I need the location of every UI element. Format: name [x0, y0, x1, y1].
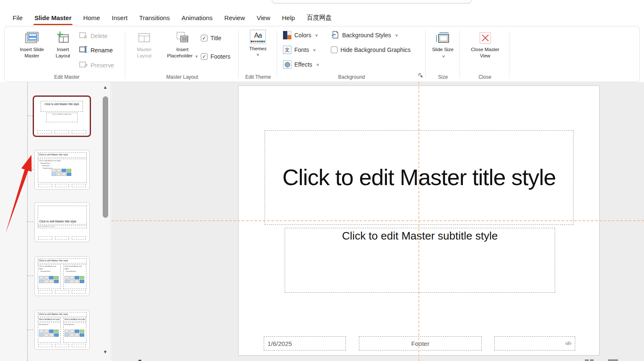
- background-styles-dropdown[interactable]: Background Styles ∨: [331, 30, 398, 41]
- master-subtitle-text: Click to edit Master subtitle style: [285, 228, 555, 242]
- thumbnail-slide-master[interactable]: Click to edit Master title style Click t…: [33, 95, 91, 137]
- chevron-down-icon: ∨: [256, 53, 260, 57]
- vertical-guide[interactable]: [418, 82, 419, 361]
- thumbnail-title-layout[interactable]: Click to edit Master title style Click t…: [34, 150, 90, 190]
- chevron-down-icon: ∨: [395, 34, 398, 37]
- delete-icon: [79, 32, 88, 40]
- insert-placeholder-icon: [176, 30, 189, 46]
- thumbnail-section-header-layout[interactable]: Click to edit Master title style Click t…: [34, 202, 90, 242]
- menu-insert[interactable]: Insert: [106, 12, 134, 23]
- thumb-title-text: Click to edit Master title style: [41, 101, 83, 106]
- size-group-label: Size: [426, 74, 460, 80]
- footers-checkbox[interactable]: ✓: [201, 53, 208, 60]
- slide-size-label: Slide Size ∨: [431, 46, 455, 59]
- delete-label: Delete: [91, 33, 107, 39]
- scroll-down-button[interactable]: ▼: [101, 349, 109, 354]
- status-bar-partial-icon: [608, 359, 618, 361]
- thumb-body-text: Click to edit Master text styles Second …: [38, 265, 61, 273]
- hide-background-graphics-label: Hide Background Graphics: [340, 46, 410, 53]
- master-layout-label: Master Layout: [132, 46, 156, 59]
- edit-master-group-label: Edit Master: [9, 74, 125, 80]
- thumb-title-placeholder: Click to edit Master title style: [38, 206, 87, 224]
- thumb-body-text: Click to edit Master text styles Second …: [64, 265, 86, 273]
- menu-animations[interactable]: Animations: [176, 12, 218, 23]
- group-master-layout: Master Layout Insert Placeholder ∨ ✓ Tit…: [126, 26, 238, 82]
- footer-text: Footer: [408, 340, 433, 347]
- menu-transitions[interactable]: Transitions: [133, 12, 176, 23]
- insert-placeholder-button[interactable]: Insert Placeholder ∨: [163, 30, 202, 59]
- insert-slide-master-button[interactable]: Insert Slide Master: [14, 30, 50, 59]
- menu-view[interactable]: View: [251, 12, 276, 23]
- date-text: 1/6/2025: [264, 340, 295, 347]
- insert-layout-label: Insert Layout: [51, 46, 75, 59]
- thumb-subtitle-placeholder: Click to edit Master subtitle style: [46, 113, 77, 122]
- ribbon-divider: [460, 31, 460, 78]
- rename-icon: [79, 46, 88, 54]
- title-checkbox-row[interactable]: ✓ Title: [201, 35, 221, 41]
- thumb-body-text: Second level: [38, 323, 61, 326]
- horizontal-guide[interactable]: [112, 220, 644, 221]
- search-box-partial[interactable]: [272, 0, 472, 3]
- thumb-body-text: Click to edit Master text styles Second …: [38, 159, 86, 170]
- menu-home[interactable]: Home: [78, 12, 106, 23]
- slide-number-placeholder[interactable]: ‹#›: [494, 336, 575, 351]
- slide-size-button[interactable]: Slide Size ∨: [431, 30, 455, 59]
- thumb-caption-text: Click to edit Master text styles: [38, 318, 61, 321]
- rename-button[interactable]: Rename: [79, 45, 113, 56]
- insert-layout-button[interactable]: Insert Layout: [51, 30, 75, 59]
- fonts-dropdown[interactable]: 文 Fonts ∨: [283, 44, 316, 55]
- title-checkbox[interactable]: ✓: [201, 35, 208, 41]
- subtitle-placeholder[interactable]: Click to edit Master subtitle style: [285, 228, 555, 293]
- content-placeholder-icons: [65, 330, 84, 337]
- insert-placeholder-label: Insert Placeholder ∨: [163, 46, 202, 59]
- checkmark-icon: ✓: [202, 35, 206, 41]
- close-master-view-button[interactable]: Close Master View: [467, 30, 504, 59]
- close-master-view-label: Close Master View: [467, 46, 504, 59]
- thumb-content-placeholder: Click to edit Master text styles Second …: [38, 159, 87, 183]
- thumb-title-text: Click to edit Master title style: [38, 259, 86, 262]
- scroll-up-button[interactable]: ▲: [101, 85, 109, 90]
- scrollbar-thumb[interactable]: [103, 96, 108, 218]
- thumb-title-placeholder: Click to edit Master title style: [38, 258, 87, 263]
- ribbon-divider: [509, 31, 509, 78]
- insert-layout-icon: [56, 30, 70, 46]
- theme-colors-icon: [283, 31, 291, 39]
- ribbon-divider: [277, 31, 277, 78]
- hide-background-graphics-checkbox[interactable]: [331, 46, 338, 53]
- thumbnail-two-content-layout[interactable]: Click to edit Master title style Click t…: [34, 256, 90, 296]
- slide-number-text: ‹#›: [565, 340, 575, 346]
- thumb-footer-strip: [34, 130, 90, 134]
- menu-slide-master[interactable]: Slide Master: [29, 12, 77, 23]
- delete-button: Delete: [79, 31, 107, 41]
- content-placeholder-icons: [39, 276, 59, 283]
- footers-checkbox-row[interactable]: ✓ Footers: [201, 53, 230, 60]
- effects-label: Effects: [294, 61, 312, 68]
- effects-dropdown[interactable]: Effects ∨: [283, 59, 319, 70]
- ribbon-divider: [238, 31, 239, 78]
- chevron-down-icon: ∨: [315, 34, 318, 37]
- hide-background-graphics-row[interactable]: Hide Background Graphics: [331, 46, 410, 53]
- themes-icon: Aa: [250, 29, 266, 45]
- footer-placeholder[interactable]: Footer: [359, 336, 482, 351]
- group-close: Close Master View Close: [461, 26, 509, 82]
- menu-baidu-netdisk[interactable]: 百度网盘: [301, 12, 338, 24]
- hierarchy-connector: [27, 116, 33, 116]
- theme-fonts-icon: 文: [283, 46, 291, 54]
- themes-button[interactable]: Aa Themes ∨: [245, 29, 270, 57]
- theme-effects-icon: [283, 60, 291, 69]
- menu-review[interactable]: Review: [218, 12, 251, 23]
- hierarchy-connector: [27, 330, 33, 330]
- menu-help[interactable]: Help: [276, 12, 301, 23]
- status-bar-partial-icon: [590, 359, 594, 361]
- menu-bar: File Slide Master Home Insert Transition…: [7, 12, 338, 24]
- thumb-caption-placeholder: Click to edit Master text styles: [63, 318, 87, 322]
- thumb-content-placeholder: Click to edit Master text styles Second …: [38, 264, 61, 289]
- thumb-caption-placeholder: Click to edit Master text styles: [38, 318, 61, 322]
- colors-dropdown[interactable]: Colors ∨: [283, 30, 318, 41]
- thumbnail-comparison-layout[interactable]: Click to edit Master title style Click t…: [34, 310, 90, 350]
- group-edit-theme: Aa Themes ∨ Edit Theme: [239, 26, 277, 82]
- thumb-content-placeholder: Click to edit Master text styles Second …: [63, 264, 87, 289]
- date-placeholder[interactable]: 1/6/2025: [264, 336, 346, 351]
- thumb-title-placeholder: Click to edit Master title style: [38, 312, 87, 317]
- menu-file[interactable]: File: [7, 12, 29, 23]
